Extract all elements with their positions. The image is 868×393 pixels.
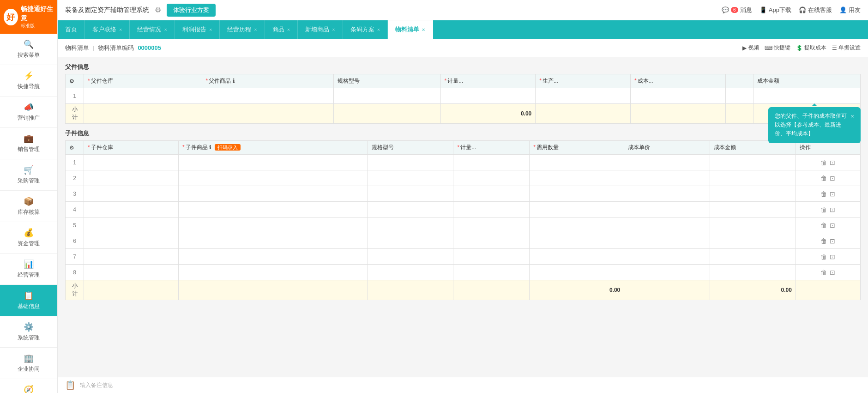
child-quantity-cell[interactable]	[530, 170, 624, 186]
sidebar-item-purchase[interactable]: 🛒采购管理	[0, 159, 57, 191]
tab-customer[interactable]: 客户联络×	[85, 20, 130, 39]
tab-profit-report[interactable]: 利润报告×	[175, 20, 220, 39]
child-warehouse-cell[interactable]	[84, 170, 179, 186]
child-quantity-cell[interactable]	[530, 186, 624, 202]
copy-icon[interactable]: ⊡	[830, 159, 835, 166]
bottom-bar-text[interactable]: 输入备注信息	[80, 381, 113, 389]
action-video[interactable]: ▶视频	[742, 44, 759, 52]
child-unit-price-cell[interactable]	[624, 202, 710, 218]
sidebar-item-operation[interactable]: 📊经营管理	[0, 254, 57, 285]
child-quantity-cell[interactable]	[530, 218, 624, 233]
parent-col-settings[interactable]: ⚙	[66, 74, 84, 88]
child-warehouse-cell[interactable]	[84, 202, 179, 218]
child-goods-cell[interactable]	[178, 170, 368, 186]
tab-goods[interactable]: 商品×	[265, 20, 298, 39]
copy-icon[interactable]: ⊡	[830, 237, 835, 245]
sidebar-item-basic[interactable]: 📋基础信息	[0, 285, 57, 316]
child-spec-cell[interactable]	[368, 170, 453, 186]
child-unit-cell[interactable]	[453, 249, 530, 265]
parent-unit-cell[interactable]	[440, 88, 536, 104]
sidebar-item-marketing[interactable]: 📣营销推广	[0, 97, 57, 128]
sidebar-item-system[interactable]: ⚙️系统管理	[0, 316, 57, 348]
child-unit-cell[interactable]	[453, 170, 530, 186]
child-goods-cell[interactable]	[178, 186, 368, 202]
child-unit-cell[interactable]	[453, 218, 530, 233]
header-service[interactable]: 🎧在线客服	[799, 6, 832, 14]
tab-close-bom[interactable]: ×	[422, 27, 425, 32]
delete-icon[interactable]: 🗑	[820, 253, 827, 260]
child-spec-cell[interactable]	[368, 186, 453, 202]
breadcrumb-1[interactable]: 物料清单	[65, 44, 89, 52]
delete-icon[interactable]: 🗑	[820, 190, 827, 198]
tab-operation-status[interactable]: 经营情况×	[130, 20, 175, 39]
tab-add-goods[interactable]: 新增商品×	[298, 20, 343, 39]
child-spec-cell[interactable]	[368, 218, 453, 233]
parent-warehouse-cell[interactable]	[84, 88, 202, 104]
child-spec-cell[interactable]	[368, 155, 453, 170]
child-warehouse-cell[interactable]	[84, 249, 179, 265]
tab-close-goods[interactable]: ×	[287, 27, 290, 32]
child-goods-cell[interactable]	[178, 155, 368, 170]
delete-icon[interactable]: 🗑	[820, 206, 827, 213]
parent-cost-cell[interactable]	[630, 88, 725, 104]
child-unit-cell[interactable]	[453, 233, 530, 249]
parent-spec-cell[interactable]	[333, 88, 440, 104]
delete-icon[interactable]: 🗑	[820, 175, 827, 182]
copy-icon[interactable]: ⊡	[830, 222, 835, 229]
child-goods-cell[interactable]	[178, 265, 368, 280]
header-app[interactable]: 📱App下载	[760, 6, 791, 14]
copy-icon[interactable]: ⊡	[830, 206, 835, 213]
child-goods-cell[interactable]	[178, 218, 368, 233]
child-warehouse-cell[interactable]	[84, 265, 179, 280]
child-unit-price-cell[interactable]	[624, 249, 710, 265]
tooltip-close-button[interactable]: ×	[850, 112, 854, 121]
child-warehouse-cell[interactable]	[84, 233, 179, 249]
child-unit-price-cell[interactable]	[624, 265, 710, 280]
child-quantity-cell[interactable]	[530, 249, 624, 265]
child-spec-cell[interactable]	[368, 265, 453, 280]
copy-icon[interactable]: ⊡	[830, 253, 835, 260]
child-goods-cell[interactable]	[178, 249, 368, 265]
child-unit-cell[interactable]	[453, 265, 530, 280]
action-shortcut[interactable]: ⌨快捷键	[765, 44, 790, 52]
header-message[interactable]: 💬6消息	[722, 6, 752, 14]
parent-goods-cell[interactable]	[202, 88, 333, 104]
delete-icon[interactable]: 🗑	[820, 159, 827, 166]
child-spec-cell[interactable]	[368, 233, 453, 249]
tab-operation-process[interactable]: 经营历程×	[220, 20, 265, 39]
copy-icon[interactable]: ⊡	[830, 269, 835, 276]
header-user[interactable]: 👤用友	[839, 6, 861, 14]
tab-close-operation-process[interactable]: ×	[254, 27, 257, 32]
child-unit-cell[interactable]	[453, 202, 530, 218]
sidebar-item-sales[interactable]: 💼销售管理	[0, 128, 57, 159]
child-warehouse-cell[interactable]	[84, 186, 179, 202]
child-spec-cell[interactable]	[368, 202, 453, 218]
child-unit-price-cell[interactable]	[624, 170, 710, 186]
delete-icon[interactable]: 🗑	[820, 269, 827, 276]
tab-close-barcode[interactable]: ×	[377, 27, 380, 32]
child-spec-cell[interactable]	[368, 249, 453, 265]
sidebar-item-search[interactable]: 🔍搜索菜单	[0, 34, 57, 65]
child-unit-cell[interactable]	[453, 186, 530, 202]
child-quantity-cell[interactable]	[530, 265, 624, 280]
copy-icon[interactable]: ⊡	[830, 175, 835, 182]
child-warehouse-cell[interactable]	[84, 218, 179, 233]
tab-close-customer[interactable]: ×	[119, 27, 122, 32]
trial-button[interactable]: 体验行业方案	[167, 4, 216, 17]
delete-icon[interactable]: 🗑	[820, 237, 827, 245]
action-cost[interactable]: 💲提取成本	[796, 44, 826, 52]
child-quantity-cell[interactable]	[530, 202, 624, 218]
sidebar-item-enterprise[interactable]: 🏢企业协同	[0, 348, 57, 379]
child-col-settings[interactable]: ⚙	[66, 141, 84, 155]
tab-barcode[interactable]: 条码方案×	[343, 20, 388, 39]
child-quantity-cell[interactable]	[530, 155, 624, 170]
sidebar-item-guide[interactable]: 🧭新手引导	[0, 379, 57, 393]
sidebar-item-quick-nav[interactable]: ⚡快捷导航	[0, 65, 57, 97]
scan-badge[interactable]: 扫码录入	[215, 144, 241, 151]
tab-close-profit-report[interactable]: ×	[209, 27, 212, 32]
tab-close-add-goods[interactable]: ×	[332, 27, 335, 32]
child-unit-price-cell[interactable]	[624, 218, 710, 233]
child-unit-cell[interactable]	[453, 155, 530, 170]
child-warehouse-cell[interactable]	[84, 155, 179, 170]
child-goods-cell[interactable]	[178, 202, 368, 218]
